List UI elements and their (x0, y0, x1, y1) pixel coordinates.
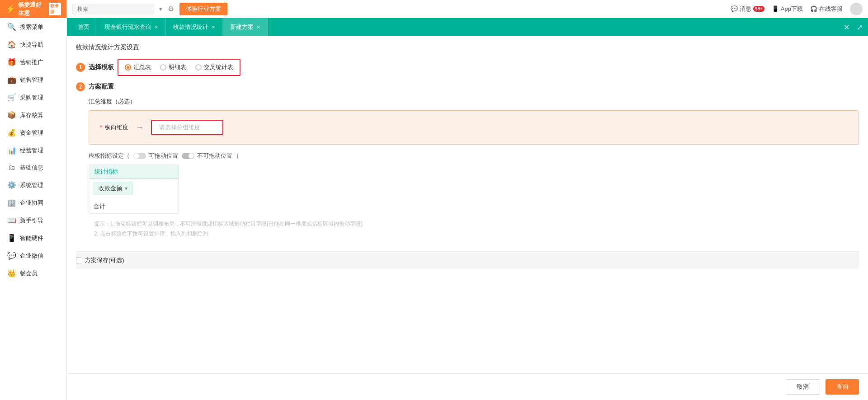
stats-label: 统计指标 (94, 168, 118, 175)
draggable-label: 可拖动位置 (149, 152, 178, 160)
tab-newplan-close[interactable]: ✕ (256, 24, 260, 30)
plan-config: 汇总维度（必选） * 纵向维度 → 请选择分组维度 (76, 98, 859, 244)
dimension-area: * 纵向维度 → 请选择分组维度 (89, 110, 859, 145)
app-label: App下载 (781, 5, 803, 13)
file-icon: 🗂 (7, 164, 16, 172)
save-checkbox-box[interactable] (76, 257, 82, 264)
close-window-btn[interactable]: ✕ (842, 21, 851, 33)
sidebar-item-label: 系统管理 (20, 181, 43, 189)
cart-icon: 🛒 (7, 93, 16, 102)
app-download-btn[interactable]: 📱 App下载 (772, 5, 803, 13)
tab-home[interactable]: 首页 (71, 18, 97, 36)
main-area: ▾ ⚙ 体验行业方案 💬 消息 99+ 📱 App下载 🎧 在线客服 首页 (67, 0, 868, 400)
service-icon: 🎧 (810, 5, 817, 12)
dimension-config-label: 汇总维度（必选） (89, 98, 859, 106)
hint-2: 2. 点击标题栏下拉可设置排序、插入列和删除列 (94, 229, 854, 239)
logo-text: 畅捷通好生意 (18, 1, 46, 17)
home-icon: 🏠 (7, 40, 16, 49)
save-checkbox-label[interactable]: 方案保存(可选) (76, 256, 124, 264)
avatar[interactable] (850, 3, 863, 15)
vertical-dimension-label: * 纵向维度 (100, 123, 128, 132)
section2-number: 2 (76, 82, 85, 91)
radio-detail[interactable]: 明细表 (160, 63, 186, 71)
radio-summary[interactable]: 汇总表 (125, 63, 151, 71)
radio-detail-label: 明细表 (169, 63, 186, 71)
tab-receipt[interactable]: 收款情况统计 ✕ (166, 18, 223, 36)
cancel-button[interactable]: 取消 (786, 379, 820, 395)
indicator-table: 统计指标 收款金额 ▾ 合计 (89, 165, 179, 214)
sidebar-item-purchase[interactable]: 🛒 采购管理 (0, 89, 66, 106)
trial-btn[interactable]: 体验行业方案 (179, 3, 227, 15)
content-area: 收款情况统计方案设置 1 选择模板 汇总表 明细表 (67, 36, 868, 400)
total-label: 合计 (94, 203, 105, 210)
sidebar-item-label: 资金管理 (20, 129, 43, 137)
book-icon: 📖 (7, 216, 16, 225)
tabbar-right: ✕ ⤢ (842, 21, 864, 33)
footer-buttons: 取消 查询 (67, 373, 868, 400)
logo-icon: ⚡ (5, 4, 15, 14)
app-icon: 📱 (772, 5, 779, 12)
message-icon: 💬 (731, 5, 738, 12)
query-button[interactable]: 查询 (826, 379, 859, 395)
sidebar-item-marketing[interactable]: 🎁 营销推广 (0, 53, 66, 71)
dimension-row: * 纵向维度 → 请选择分组维度 (100, 120, 848, 135)
sidebar-item-label: 畅会员 (20, 269, 38, 278)
indicator-close-paren: ） (236, 152, 242, 160)
radio-detail-circle (160, 64, 166, 71)
topbar-right: 💬 消息 99+ 📱 App下载 🎧 在线客服 (731, 3, 863, 15)
no-drag-toggle (182, 153, 194, 159)
sidebar-item-label: 营销推广 (20, 58, 43, 66)
sidebar-item-label: 采购管理 (20, 94, 43, 102)
briefcase-icon: 💼 (7, 75, 16, 84)
sidebar-item-member[interactable]: 👑 畅会员 (0, 264, 66, 282)
settings-icon[interactable]: ⚙ (168, 5, 174, 13)
vertical-label-text: 纵向维度 (105, 124, 128, 131)
section1-label: 选择模板 (89, 63, 114, 71)
tab-bank[interactable]: 现金银行流水查询 ✕ (97, 18, 166, 36)
sidebar-item-finance[interactable]: 💰 资金管理 (0, 124, 66, 141)
sidebar-item-hardware[interactable]: 📱 智能硬件 (0, 229, 66, 247)
radio-crosstab[interactable]: 交叉统计表 (195, 63, 233, 71)
indicator-settings-label: 模板指标设定（ 可拖动位置 不可拖动位置 ） (89, 152, 859, 160)
tab-bank-close[interactable]: ✕ (154, 24, 158, 30)
sidebar-item-quicknav[interactable]: 🏠 快捷导航 (0, 36, 66, 53)
section2-header: 2 方案配置 (76, 82, 859, 91)
section1-number: 1 (76, 63, 85, 72)
maximize-btn[interactable]: ⤢ (855, 21, 864, 33)
tab-newplan[interactable]: 新建方案 ✕ (223, 18, 268, 36)
service-label: 在线客服 (819, 5, 843, 13)
search-input[interactable] (72, 4, 154, 14)
sidebar-item-enterprise[interactable]: 🏢 企业协同 (0, 194, 66, 212)
message-btn[interactable]: 💬 消息 99+ (731, 5, 764, 13)
page-content: 收款情况统计方案设置 1 选择模板 汇总表 明细表 (67, 36, 868, 380)
chevron-down-icon[interactable]: ▾ (159, 5, 162, 12)
online-service-btn[interactable]: 🎧 在线客服 (810, 5, 843, 13)
building-icon: 🏢 (7, 198, 16, 207)
sidebar-item-label: 搜索菜单 (20, 23, 43, 31)
dimension-placeholder: 请选择分组维度 (159, 124, 200, 131)
sidebar-item-guide[interactable]: 📖 新手引导 (0, 212, 66, 229)
dimension-select[interactable]: 请选择分组维度 (151, 120, 223, 135)
tab-newplan-label: 新建方案 (230, 23, 254, 31)
tabbar: 首页 现金银行流水查询 ✕ 收款情况统计 ✕ 新建方案 ✕ ✕ ⤢ (67, 18, 868, 36)
radio-crosstab-label: 交叉统计表 (204, 63, 233, 71)
sidebar-item-label: 库存核算 (20, 111, 43, 119)
sidebar-item-label: 新手引导 (20, 216, 43, 225)
sidebar-item-label: 企业协同 (20, 199, 43, 207)
sidebar-item-operation[interactable]: 📊 经营管理 (0, 141, 66, 159)
device-icon: 📱 (7, 234, 16, 242)
gear-icon: ⚙️ (7, 181, 16, 189)
sidebar-item-label: 基础信息 (20, 164, 43, 172)
sidebar-item-basic[interactable]: 🗂 基础信息 (0, 159, 66, 176)
sidebar-item-sales[interactable]: 💼 销售管理 (0, 71, 66, 89)
sidebar-item-inventory[interactable]: 📦 库存核算 (0, 106, 66, 124)
sidebar-item-label: 企业微信 (20, 252, 43, 260)
indicator-tag[interactable]: 收款金额 ▾ (94, 182, 132, 195)
sidebar-item-search[interactable]: 🔍 搜索菜单 (0, 18, 66, 36)
radio-crosstab-circle (195, 64, 202, 71)
tab-bank-label: 现金银行流水查询 (104, 23, 151, 31)
sidebar-item-wechat[interactable]: 💬 企业微信 (0, 247, 66, 264)
drag-dot (134, 153, 139, 159)
tab-receipt-close[interactable]: ✕ (211, 24, 215, 30)
sidebar-item-system[interactable]: ⚙️ 系统管理 (0, 176, 66, 194)
